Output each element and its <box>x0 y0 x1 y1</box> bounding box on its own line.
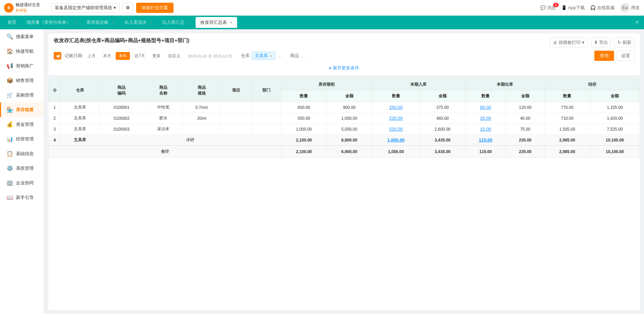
col-code-header: 商品编码 <box>99 79 144 102</box>
cell-in-qty[interactable]: 520.00 <box>372 124 420 135</box>
sidebar-item-corp[interactable]: 🏢 企业协同 <box>0 176 44 190</box>
close-all-tabs[interactable]: × <box>633 19 641 26</box>
cell-in-qty[interactable]: 230.00 <box>372 113 420 124</box>
sidebar-item-newbie[interactable]: 📖 新手引导 <box>0 190 44 205</box>
sidebar-item-purchase[interactable]: 🛒 采购管理 <box>0 88 44 102</box>
cell-open-qty: 1,000.00 <box>281 124 327 135</box>
table-row: 1 文具库 0100001 中性笔 0.7mm 600.00 900.00 25… <box>49 102 640 113</box>
sidebar-item-sales[interactable]: 📦 销售管理 <box>0 73 44 88</box>
warehouse-filter-group: 仓库 文具库 × ... <box>241 52 281 60</box>
cell-open-amt: 1,000.00 <box>327 113 372 124</box>
cell-open-qty: 500.00 <box>281 113 327 124</box>
date-pill-7days[interactable]: 近7天 <box>131 52 148 60</box>
close-tab-inventory-dist[interactable]: × <box>74 20 76 24</box>
filter-collapse-btn[interactable]: ◀ <box>54 52 61 60</box>
tab-inventory-dist[interactable]: 现存量（库存分布表） × <box>22 17 81 28</box>
corp-icon: 🏢 <box>6 180 13 186</box>
date-pill-this-month[interactable]: 本月 <box>100 52 114 60</box>
sidebar-item-basic[interactable]: 📋 基础信息 <box>0 146 44 161</box>
tab-batch[interactable]: 库存批次账 × <box>82 17 119 28</box>
close-tab-batch[interactable]: × <box>112 20 114 24</box>
cell-bal-amt: 7,525.00 <box>590 124 640 135</box>
settings-btn[interactable]: 设置 <box>617 51 634 61</box>
date-pill-custom[interactable]: 自定义 <box>165 52 183 60</box>
print-template-btn[interactable]: 🖨 按模板打印 ▾ <box>550 38 588 47</box>
col-dept-header: 部门 <box>251 79 281 102</box>
export-btn[interactable]: ⬆ 导出 <box>591 38 611 47</box>
warehouse-tag-remove[interactable]: × <box>269 53 272 59</box>
subtotal-out-qty[interactable]: 115.00 <box>465 135 506 146</box>
sidebar: 🔍 搜索菜单 🏠 快捷导航 📢 营销推广 📦 销售管理 🛒 采购管理 🏪 库存核… <box>0 29 44 314</box>
cell-bal-qty: 1,505.00 <box>545 124 590 135</box>
cell-warehouse: 文具库 <box>61 102 99 113</box>
online-service-btn[interactable]: 🎧 在线客服 <box>590 5 615 11</box>
sidebar-item-system[interactable]: ⚙️ 系统管理 <box>0 161 44 176</box>
goods-filter-group: 商品 ... <box>290 53 305 59</box>
query-btn[interactable]: 查询 <box>594 51 614 61</box>
close-tab-summary-in-out[interactable]: × <box>188 20 190 24</box>
print-icon: 🖨 <box>553 40 557 45</box>
cell-out-qty[interactable]: 15.00 <box>465 124 506 135</box>
sidebar-item-marketing[interactable]: 📢 营销推广 <box>0 59 44 73</box>
sidebar-item-operation[interactable]: 📊 经营管理 <box>0 132 44 146</box>
cell-out-amt: 75.00 <box>506 124 545 135</box>
warehouse-ellipsis[interactable]: ... <box>277 53 281 59</box>
cell-code: 0100002 <box>99 113 144 124</box>
close-tab-receipt-summary[interactable]: × <box>230 20 232 24</box>
cell-open-amt: 900.00 <box>327 102 372 113</box>
table-footer-row: 合计 2,100.00 6,900.00 1,000.00 3,435.00 1… <box>49 146 640 158</box>
app-download-btn[interactable]: 📱 App下载 <box>561 5 585 11</box>
close-tab-flow[interactable]: × <box>150 20 152 24</box>
cell-out-qty[interactable]: 80.00 <box>465 102 506 113</box>
warehouse-tag[interactable]: 文具库 × <box>252 52 275 60</box>
refresh-icon: ↻ <box>617 40 621 45</box>
footer-open-qty: 2,100.00 <box>281 146 327 158</box>
subtotal-bal-amt: 10,100.00 <box>590 135 640 146</box>
logo-area: 6 畅捷通好生意 标准版 <box>4 2 48 13</box>
logo-icon: 6 <box>4 3 14 13</box>
sidebar-item-inventory[interactable]: 🏪 库存核算 <box>0 102 44 117</box>
cell-name: 胶水 <box>144 113 182 124</box>
tab-receipt-summary[interactable]: 收发存汇总表 × <box>196 17 237 28</box>
system-selector[interactable]: 装备及固定资产辅助管理系统 ▾ <box>51 3 120 13</box>
settings-icon[interactable]: ⚙ <box>122 2 133 13</box>
col-spec-header: 商品规格 <box>182 79 221 102</box>
trial-btn[interactable]: 体验行业方案 <box>136 3 174 13</box>
col-settings-header[interactable]: ⚙ <box>49 79 61 102</box>
col-opening-header: 库存期初 <box>281 79 372 90</box>
refresh-btn[interactable]: ↻ 刷新 <box>614 38 634 47</box>
system-icon: ⚙️ <box>6 165 13 171</box>
footer-out-qty: 115.00 <box>465 146 506 158</box>
cell-out-qty[interactable]: 20.00 <box>465 113 506 124</box>
user-menu[interactable]: Ea 用友 <box>620 3 640 13</box>
date-pill-more[interactable]: 更多 <box>149 52 164 60</box>
column-settings-icon[interactable]: ⚙ <box>53 88 57 93</box>
tab-flow[interactable]: 出入库流水 × <box>120 17 157 28</box>
col-balance-header: 结存 <box>545 79 640 90</box>
col-in-amt-header: 金额 <box>420 90 465 102</box>
col-out-qty-header: 数量 <box>465 90 506 102</box>
date-pill-this-year[interactable]: 本年 <box>116 52 130 60</box>
chevron-down-small-icon: ▾ <box>329 66 331 71</box>
sidebar-item-search[interactable]: 🔍 搜索菜单 <box>0 29 44 44</box>
col-open-qty-header: 数量 <box>281 90 327 102</box>
home-icon: 🏠 <box>6 48 13 54</box>
footer-bal-amt: 10,100.00 <box>590 146 640 158</box>
sidebar-item-finance[interactable]: 💰 资金管理 <box>0 117 44 132</box>
table-row: 3 文具库 0100003 采访本 1,000.00 5,000.00 520.… <box>49 124 640 135</box>
cell-no: 2 <box>49 113 61 124</box>
sidebar-item-quick[interactable]: 🏠 快捷导航 <box>0 44 44 59</box>
cell-warehouse: 文具库 <box>61 113 99 124</box>
tab-summary-in-out[interactable]: 出入库汇总 × <box>158 17 195 28</box>
subtotal-in-qty[interactable]: 1,000.00 <box>372 135 420 146</box>
subtotal-no: 4 <box>49 135 61 146</box>
expand-conditions-btn[interactable]: ▾ 展开更多条件 <box>329 65 359 71</box>
goods-ellipsis[interactable]: ... <box>301 53 305 59</box>
cell-project <box>221 124 251 135</box>
date-pill-last-month[interactable]: 上月 <box>84 52 99 60</box>
message-btn[interactable]: 💬 消息 6 <box>540 5 556 11</box>
col-out-header: 本期出库 <box>465 79 545 90</box>
cell-in-qty[interactable]: 250.00 <box>372 102 420 113</box>
tab-home[interactable]: 首页 <box>3 17 21 28</box>
cell-bal-amt: 1,420.00 <box>590 113 640 124</box>
